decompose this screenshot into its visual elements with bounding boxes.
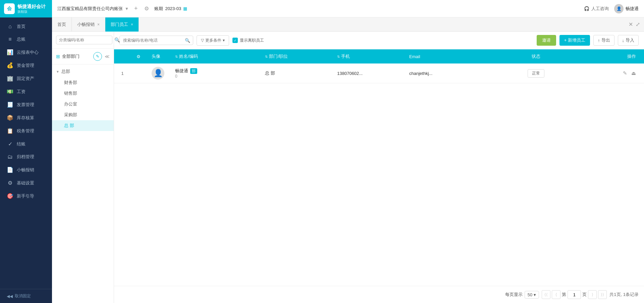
tab-xiaochang[interactable]: 小畅报销 × — [72, 17, 105, 32]
sidebar-item-settings[interactable]: ⚙ 基础设置 — [0, 176, 52, 189]
sidebar-item-reports[interactable]: 📊 云报表中心 — [0, 46, 52, 59]
tab-expand-icon[interactable]: ⤢ — [636, 21, 640, 28]
page-label-post: 页 — [582, 292, 587, 298]
tab-dept-close[interactable]: × — [131, 22, 133, 27]
sidebar-item-archive[interactable]: 🗂 归档管理 — [0, 150, 52, 163]
dept-group-zongbu[interactable]: ▼ 总部 — [52, 66, 114, 77]
dept-search-area: 🔍 — [52, 32, 114, 49]
sort-name-icon: ⇅ — [175, 55, 178, 58]
export-button[interactable]: ↑ 导出 — [593, 35, 614, 46]
sidebar-label-settings: 基础设置 — [17, 180, 34, 186]
pagination: 每页显示 50 ▾ ⟨⟨ ⟨ 第 页 ⟩ ⟩⟩ 共1页, 1条记录 — [114, 286, 644, 303]
col-settings[interactable]: ⚙ — [131, 49, 146, 63]
first-page-button[interactable]: ⟨⟨ — [542, 290, 550, 299]
sidebar-item-assets[interactable]: 🏢 固定资产 — [0, 72, 52, 85]
period-selector[interactable]: 账期 2023-03 ▦ — [154, 6, 187, 12]
logo-title: 畅捷通好会计 — [17, 3, 46, 9]
show-resigned-toggle[interactable]: ✓ 显示离职员工 — [232, 38, 264, 43]
sidebar-item-checkout[interactable]: ✓ 结账 — [0, 137, 52, 150]
settings-icon: ⚙ — [7, 180, 13, 186]
tab-dept-label: 部门员工 — [111, 21, 128, 28]
sidebar-item-guide[interactable]: 🎯 新手引导 — [0, 189, 52, 203]
tab-dept-employee[interactable]: 部门员工 × — [105, 17, 139, 32]
avatar: 👤 — [152, 67, 164, 80]
next-page-button[interactable]: ⟩ — [588, 290, 597, 299]
cell-settings — [131, 63, 146, 83]
sidebar-item-ledger[interactable]: ≡ 总账 — [0, 33, 52, 46]
period-label: 账期 — [154, 6, 163, 12]
sidebar-item-tax[interactable]: 📋 税务管理 — [0, 124, 52, 137]
sidebar-item-capital[interactable]: 💰 资金管理 — [0, 59, 52, 72]
col-phone[interactable]: ⇅ 手机 — [332, 49, 404, 63]
sidebar-item-xiaochang[interactable]: 📄 小畅报销 — [0, 163, 52, 176]
employee-search-icon[interactable]: 🔍 — [182, 38, 193, 43]
header: 江西服宝精品有限责任公司内账张 ▼ + ⚙ 账期 2023-03 ▦ 🎧 人工咨… — [52, 0, 644, 17]
archive-icon: 🗂 — [7, 154, 13, 160]
add-employee-button[interactable]: + 新增员工 — [559, 35, 590, 46]
status-badge: 正常 — [528, 69, 544, 78]
company-dropdown-icon: ▼ — [125, 6, 129, 11]
cell-email: chanjethkj... — [404, 63, 500, 83]
sidebar-label-home: 首页 — [17, 24, 25, 30]
filter-arrow-icon: ▾ — [223, 38, 225, 43]
dept-item-caiwu[interactable]: 财务部 — [52, 77, 114, 88]
dept-collapse-button[interactable]: ≪ — [105, 54, 110, 59]
dept-item-bangongshi[interactable]: 办公室 — [52, 99, 114, 110]
reports-icon: 📊 — [7, 49, 13, 55]
add-company-button[interactable]: + — [133, 5, 139, 12]
dept-tree: ▼ 总部 财务部 销售部 办公室 采购部 总 部 — [52, 64, 114, 303]
employee-panel: 🔍 ▽ 更多条件 ▾ ✓ 显示离职员工 邀请 + 新增员工 — [114, 32, 644, 303]
import-button[interactable]: ↓ 导入 — [618, 35, 639, 46]
prev-page-button[interactable]: ⟨ — [552, 290, 560, 299]
edit-icon[interactable]: ✎ — [623, 70, 627, 76]
cell-name: 畅捷通 部 0 — [170, 63, 260, 83]
home-icon: ⌂ — [7, 24, 13, 30]
sidebar-label-inventory: 库存核算 — [17, 115, 34, 121]
filter-button[interactable]: ▽ 更多条件 ▾ — [197, 35, 229, 46]
xiaochang-icon: 📄 — [7, 167, 13, 173]
employee-table: ⚙ 头像 ⇅ 姓名/编码 ⇅ — [114, 49, 644, 83]
last-page-button[interactable]: ⟩⟩ — [598, 290, 607, 299]
col-no — [114, 49, 131, 63]
tab-home[interactable]: 首页 — [52, 17, 72, 32]
page-input[interactable] — [568, 290, 581, 299]
main-area: 江西服宝精品有限责任公司内账张 ▼ + ⚙ 账期 2023-03 ▦ 🎧 人工咨… — [52, 0, 644, 303]
calendar-icon: ▦ — [183, 6, 187, 11]
sidebar-item-invoice[interactable]: 🧾 发票管理 — [0, 98, 52, 111]
sidebar-item-home[interactable]: ⌂ 首页 — [0, 20, 52, 33]
sidebar-label-xiaochang: 小畅报销 — [17, 167, 34, 173]
sidebar-label-assets: 固定资产 — [17, 76, 34, 82]
dept-item-caigou[interactable]: 采购部 — [52, 110, 114, 120]
dept-edit-button[interactable]: ✎ — [93, 52, 102, 61]
dept-tree-header: ⊞ 全部部门 ✎ ≪ — [52, 49, 114, 64]
tab-xiaochang-close[interactable]: × — [97, 22, 100, 27]
invite-button[interactable]: 邀请 — [537, 35, 556, 46]
dept-item-xiaoshou[interactable]: 销售部 — [52, 88, 114, 99]
employee-name-text: 畅捷通 — [175, 68, 188, 74]
cell-phone: 138070602... — [332, 63, 404, 83]
support-button[interactable]: 🎧 人工咨询 — [584, 6, 609, 12]
sidebar-item-inventory[interactable]: 📦 库存核算 — [0, 111, 52, 124]
user-menu[interactable]: 👤 畅捷通 — [614, 4, 639, 13]
employee-search-input[interactable] — [120, 36, 182, 45]
dept-item-zongbu[interactable]: 总 部 — [52, 120, 114, 131]
col-dept[interactable]: ⇅ 部门/职位 — [260, 49, 332, 63]
page-size-select[interactable]: 50 ▾ — [525, 291, 539, 299]
header-settings-icon[interactable]: ⚙ — [143, 5, 150, 12]
dept-search-input[interactable] — [56, 36, 112, 44]
col-name[interactable]: ⇅ 姓名/编码 — [170, 49, 260, 63]
logout-icon[interactable]: ⏏ — [631, 70, 636, 76]
company-name: 江西服宝精品有限责任公司内账张 — [57, 6, 123, 12]
tab-xiaochang-label: 小畅报销 — [77, 21, 95, 28]
sidebar-label-archive: 归档管理 — [17, 154, 34, 160]
period-value: 2023-03 — [165, 6, 181, 11]
sidebar-label-reports: 云报表中心 — [17, 49, 39, 55]
cancel-fixed-button[interactable]: ◀◀ 取消固定 — [0, 289, 52, 303]
cell-action: ✎ ⏏ — [572, 63, 644, 83]
tab-close-all-icon[interactable]: ✕ — [629, 21, 633, 28]
company-selector[interactable]: 江西服宝精品有限责任公司内账张 ▼ — [57, 6, 129, 12]
sidebar-item-salary[interactable]: 💵 工资 — [0, 85, 52, 98]
cell-no: 1 — [114, 63, 131, 83]
table-settings-icon[interactable]: ⚙ — [137, 54, 141, 59]
tab-bar: 首页 小畅报销 × 部门员工 × ✕ ⤢ — [52, 17, 644, 32]
